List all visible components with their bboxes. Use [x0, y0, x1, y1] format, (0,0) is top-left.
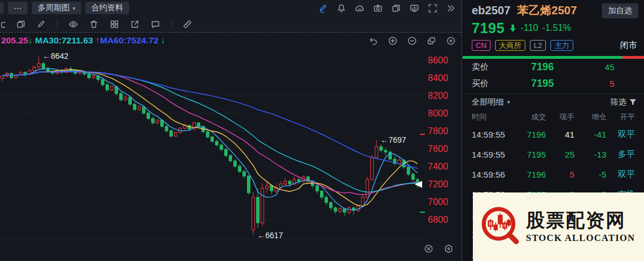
- camera-icon[interactable]: [373, 3, 383, 13]
- chevron-down-icon: ▾: [72, 5, 75, 11]
- watermark-text: 股票配资网 STOCK ALLOCATION: [526, 210, 635, 244]
- trash-icon[interactable]: [89, 19, 99, 29]
- svg-text:8400: 8400: [428, 73, 448, 83]
- ask-row[interactable]: 卖价 7196 45: [463, 59, 644, 75]
- settings-gear-icon[interactable]: [446, 36, 456, 46]
- ma-line-ma30: [2, 71, 418, 192]
- buy-ratio-segment: [463, 56, 622, 59]
- zoom-in-icon[interactable]: [388, 36, 398, 46]
- contract-info-button[interactable]: 合约资料: [86, 2, 129, 14]
- watermark-en: STOCK ALLOCATION: [526, 232, 635, 244]
- stock-magnifier-logo-icon: [479, 205, 522, 248]
- more-button[interactable]: ⋯: [8, 2, 27, 14]
- last-price: 7195: [472, 20, 505, 37]
- ruler-icon[interactable]: [183, 19, 192, 29]
- svg-text:8000: 8000: [428, 109, 448, 118]
- monitor-chart-icon[interactable]: [410, 3, 419, 13]
- svg-text:7600: 7600: [428, 144, 448, 154]
- ma-line-ma20: [2, 71, 418, 194]
- chart-bottom-icons: [424, 244, 453, 254]
- svg-text:8200: 8200: [428, 91, 448, 101]
- funnel-icon: [629, 98, 637, 106]
- ma-indicator-row: 205.25↓ MA30:7211.63 ↑MA60:7524.72 ↓: [0, 33, 461, 48]
- trade-row[interactable]: 14:59:55719641-41双平: [463, 125, 644, 144]
- chart-widget: ⋯ 多周期图 ▾ 合约资料: [0, 0, 462, 261]
- clipped-icon[interactable]: [0, 19, 5, 29]
- close-circle-icon[interactable]: [424, 244, 434, 254]
- symbol-header: eb2507 苯乙烯2507 加自选: [463, 0, 644, 19]
- watermark: 股票配资网 STOCK ALLOCATION: [473, 192, 644, 261]
- svg-text:6800: 6800: [428, 215, 448, 224]
- market-tag: 主力: [550, 40, 573, 51]
- quote-panel: eb2507 苯乙烯2507 加自选 7195 -110 -1.51% CN大商…: [463, 0, 644, 261]
- ma-indicator-segment: 205.25: [1, 35, 28, 45]
- sell-ratio-segment: [622, 56, 644, 59]
- price-annotation: ←7697: [380, 135, 406, 144]
- price-row: 7195 -110 -1.51%: [463, 19, 644, 37]
- ma-indicator-segment: MA60:7524.72: [100, 35, 161, 45]
- candlestick-chart[interactable]: 8600840082008000780076007400720070006800…: [0, 49, 462, 255]
- trading-app: ⋯ 多周期图 ▾ 合约资料: [0, 0, 644, 261]
- windows-layout-icon[interactable]: [427, 36, 436, 46]
- divider: [171, 19, 172, 29]
- buy-sell-ratio-bar: [463, 56, 644, 59]
- price-annotation: ←8642: [43, 51, 68, 61]
- ask-price: 7196: [508, 61, 577, 73]
- ma-indicator-values: 205.25↓ MA30:7211.63 ↑MA60:7524.72 ↓: [1, 35, 165, 46]
- hexagon-settings-icon[interactable]: [444, 244, 453, 254]
- symbol-code: eb2507: [472, 4, 511, 17]
- undo-icon[interactable]: [368, 36, 378, 46]
- multi-period-dropdown[interactable]: 多周期图 ▾: [32, 2, 81, 14]
- open-external-icon[interactable]: [130, 19, 140, 29]
- tags-row: CN大商所L2主力 闭市: [463, 37, 644, 54]
- svg-text:7200: 7200: [428, 179, 448, 189]
- ma-indicator-segment: ↓: [161, 35, 165, 45]
- svg-text:7800: 7800: [428, 126, 448, 136]
- copy-icon[interactable]: [391, 3, 401, 13]
- trade-row[interactable]: 14:59:5671965-5双平: [463, 164, 644, 184]
- symbol-name: 苯乙烯2507: [517, 3, 577, 18]
- price-down-arrow-icon: [509, 24, 517, 33]
- chart-action-icons: [368, 36, 461, 46]
- chart-top-icons: [318, 3, 461, 13]
- bid-price: 7195: [508, 78, 577, 90]
- zoom-out-icon[interactable]: [407, 36, 417, 46]
- trade-row[interactable]: 14:59:55719525-13多平: [463, 144, 644, 164]
- ma-indicator-segment: ↓: [28, 35, 33, 45]
- watermark-cn: 股票配资网: [526, 210, 635, 231]
- svg-text:7000: 7000: [428, 197, 448, 207]
- trade-table-header: 时间 成交 现手 增仓 开平: [463, 110, 644, 125]
- svg-text:7400: 7400: [428, 162, 448, 171]
- edit-icon[interactable]: [318, 3, 328, 13]
- details-toolbar: 全部明细 ▾ 筛选: [463, 94, 644, 110]
- clipped-button[interactable]: [0, 2, 3, 14]
- market-status: 闭市: [620, 40, 644, 51]
- market-tag: CN: [472, 40, 491, 51]
- market-tag: 大商所: [495, 40, 525, 51]
- ask-qty: 45: [577, 62, 614, 72]
- bid-qty: 5: [577, 79, 614, 89]
- comment-icon[interactable]: [151, 19, 160, 29]
- add-watchlist-button[interactable]: 加自选: [602, 3, 638, 18]
- price-change-pct: -1.51%: [542, 23, 571, 33]
- price-annotation: ←6617: [257, 231, 283, 240]
- cloud-icon[interactable]: [355, 3, 364, 13]
- market-tag: L2: [530, 40, 546, 51]
- pencil-icon[interactable]: [37, 19, 46, 29]
- double-chevron-right-icon[interactable]: [446, 3, 456, 13]
- svg-text:8600: 8600: [428, 55, 448, 65]
- price-change: -110: [521, 23, 538, 33]
- ma-line-ma60: [2, 71, 418, 168]
- filter-button[interactable]: 筛选: [610, 97, 637, 107]
- bid-row[interactable]: 买价 7195 5: [463, 75, 644, 92]
- chart-toolbar-top: ⋯ 多周期图 ▾ 合约资料: [0, 0, 461, 16]
- bell-icon[interactable]: [337, 3, 346, 13]
- chevron-down-icon[interactable]: ▾: [507, 99, 510, 105]
- fullscreen-icon[interactable]: [428, 3, 438, 13]
- layout-blocks-icon[interactable]: [110, 19, 119, 29]
- details-dropdown[interactable]: 全部明细: [472, 97, 504, 107]
- eye-icon[interactable]: [68, 19, 78, 29]
- divider: [57, 19, 58, 29]
- duplicate-icon[interactable]: [16, 19, 26, 29]
- ma-indicator-segment: MA30:7211.63: [33, 35, 95, 45]
